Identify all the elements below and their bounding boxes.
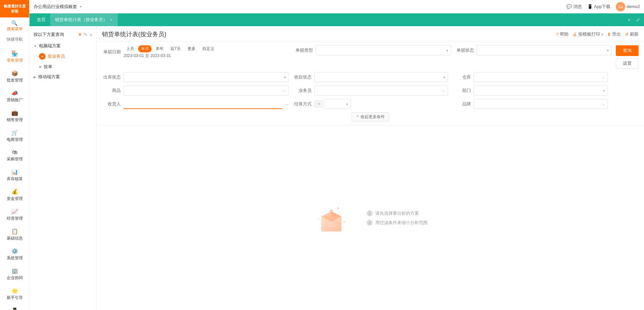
sidebar-item-operations[interactable]: 📈 经营管理 <box>0 205 29 225</box>
department-select[interactable]: ▾ <box>474 86 608 96</box>
tree-child-salesperson[interactable]: ● 按业务员 <box>30 51 96 62</box>
salesperson-input[interactable]: ··· <box>314 86 448 96</box>
inventory-icon: 📊 <box>11 169 18 175</box>
header-dropdown-arrow[interactable]: ▾ <box>80 5 82 8</box>
collapse-btn[interactable]: ⌃ 收起更多条件 <box>352 112 389 121</box>
date-tab-7days[interactable]: 近7天 <box>168 45 183 52</box>
sidebar-item-wholesale[interactable]: 📦 批发管理 <box>0 67 29 87</box>
empty-tip-2: 2 用过滤条件来缩小分析范围 <box>367 220 428 226</box>
sidebar-item-sales[interactable]: 💼 销售管理 <box>0 106 29 126</box>
collapse-row: ⌃ 收起更多条件 <box>102 112 639 121</box>
help-icon: ? <box>556 32 558 37</box>
sidebar-item-system[interactable]: ⚙️ 系统管理 <box>0 245 29 264</box>
message-btn[interactable]: 💬 消息 <box>567 4 582 10</box>
delivery-select[interactable]: ▾ <box>123 72 289 82</box>
doctype-select[interactable]: ▾ <box>316 45 451 55</box>
date-tab-custom[interactable]: 自定义 <box>200 45 217 52</box>
window-maximize-btn[interactable]: ⤢ <box>635 16 641 24</box>
refresh-btn[interactable]: ↺ 刷新 <box>625 31 639 37</box>
header-title: 办公用品行业模拟账套 <box>34 4 77 10</box>
sidebar-item-basic[interactable]: 📋 基础信息 <box>0 225 29 245</box>
sidebar-item-retail[interactable]: 🏪 零售管理 <box>0 47 29 67</box>
filter-area: 单据日期 上月 本月 本年 近7天 更多 自定义 2023-03-01 至 20… <box>97 41 644 126</box>
reset-button[interactable]: 设置 <box>616 58 639 69</box>
warehouse-select[interactable]: ··· <box>474 72 608 82</box>
app-logo[interactable]: 畅捷通好生意 标版 <box>0 0 30 17</box>
download-icon: 📱 <box>587 4 593 9</box>
goods-dots[interactable]: ··· <box>282 88 286 93</box>
tree-child-salesperson-label: 按业务员 <box>48 53 65 59</box>
payment-label: 收款状态 <box>293 74 312 80</box>
collapse-icon: ⌃ <box>356 115 359 119</box>
date-tab-lastmonth[interactable]: 上月 <box>123 45 137 52</box>
goods-input[interactable]: ··· <box>123 86 289 96</box>
delivery-arrow: ▾ <box>284 75 286 79</box>
payment-select[interactable]: ▾ <box>314 72 448 82</box>
svg-marker-2 <box>331 211 341 216</box>
tree-child-order-label: 按单 <box>44 64 52 70</box>
message-icon: 💬 <box>567 4 572 9</box>
tree-mobile-section[interactable]: ▶ 移动端方案 <box>30 72 96 82</box>
sidebar-item-ecommerce[interactable]: 🛒 电商管理 <box>0 126 29 146</box>
newbie-icon: 🌟 <box>11 288 18 294</box>
edit-scheme-btn[interactable]: ✎ <box>84 32 88 37</box>
empty-tip-1: 1 请先选择要分析的方案 <box>367 210 428 216</box>
consignee-dots[interactable]: ··· <box>285 102 289 107</box>
sidebar-item-purchase[interactable]: 🛍 采购管理 <box>0 146 29 165</box>
user-profile[interactable]: Ea demo2 <box>616 2 640 11</box>
tree-desktop-label: 电脑端方案 <box>39 43 61 49</box>
settlement-tag-close[interactable]: × <box>318 102 320 106</box>
date-tab-thismonth[interactable]: 本月 <box>138 45 152 52</box>
sidebar-item-newbie[interactable]: 🌟 新手引导 <box>0 284 29 304</box>
top-header: 办公用品行业模拟账套 ▾ 💬 消息 📱 App下载 Ea demo2 <box>30 0 644 13</box>
docstatus-label: 单据状态 <box>455 47 474 53</box>
tree-desktop-section[interactable]: ▼ 电脑端方案 <box>30 41 96 51</box>
date-tabs: 上月 本月 本年 近7天 更多 自定义 <box>123 45 217 52</box>
tab-home[interactable]: 首页 <box>32 13 50 26</box>
tab-current[interactable]: 销货单统计表（按业务员） × <box>50 13 118 26</box>
template-print-btn[interactable]: 🖨 按模板打印 ▾ <box>573 31 603 37</box>
print-dropdown-arrow[interactable]: ▾ <box>601 33 603 36</box>
search-menu[interactable]: 🔍 搜索菜单 <box>0 17 29 35</box>
collapse-panel-btn[interactable]: « <box>90 32 92 37</box>
sidebar-item-marketing[interactable]: 📣 营销推广 <box>0 87 29 106</box>
salesperson-dots[interactable]: ··· <box>441 88 445 93</box>
operations-icon: 📈 <box>11 208 18 215</box>
page-title: 销货单统计表(按业务员) <box>102 30 166 38</box>
brand-dots[interactable]: ··· <box>601 102 605 107</box>
export-icon: ⬆ <box>607 32 611 37</box>
window-close-btn[interactable]: × <box>627 16 632 24</box>
tree-child-order[interactable]: ≡ 按单 <box>30 62 96 72</box>
svg-text:✦: ✦ <box>318 217 320 220</box>
sidebar-item-enterprise[interactable]: 🏢 企业协同 <box>0 264 29 284</box>
sidebar-item-inventory[interactable]: 📊 库存核算 <box>0 165 29 185</box>
purchase-icon: 🛍 <box>12 149 17 155</box>
settlement-arrow: ▾ <box>346 102 348 106</box>
marketing-icon: 📣 <box>11 90 18 96</box>
nav-group: 🏪 零售管理 📦 批发管理 📣 营销推广 💼 销售管理 🛒 电商管理 🛍 采购管… <box>0 47 29 310</box>
goods-label: 商品 <box>102 88 121 94</box>
app-download-btn[interactable]: 📱 App下载 <box>587 4 610 10</box>
date-tab-thisyear[interactable]: 本年 <box>153 45 166 52</box>
sales-icon: 💼 <box>11 110 18 116</box>
tab-close-btn[interactable]: × <box>109 17 113 23</box>
empty-icon: ✦ ✦ ✦ <box>313 201 353 235</box>
quick-nav[interactable]: 快捷导航 <box>0 35 29 44</box>
sidebar-item-finance[interactable]: 💰 资金管理 <box>0 185 29 205</box>
consignee-input[interactable] <box>123 99 282 109</box>
add-scheme-btn[interactable]: + <box>78 32 82 38</box>
action-buttons: 查询 设置 <box>616 45 639 69</box>
tree-desktop-arrow: ▼ <box>34 44 37 48</box>
sidebar-item-apps[interactable]: 📱 应用中心 <box>0 304 29 310</box>
warehouse-dots[interactable]: ··· <box>601 75 605 80</box>
order-scheme-icon: ≡ <box>39 64 42 69</box>
help-btn[interactable]: ? 帮助 <box>556 31 569 37</box>
docstatus-select[interactable]: ▾ <box>477 45 612 55</box>
page-actions: ? 帮助 🖨 按模板打印 ▾ ⬆ 导出 ↺ 刷新 <box>556 31 639 37</box>
query-button[interactable]: 查询 <box>616 45 639 56</box>
tab-bar: 首页 销货单统计表（按业务员） × × ⤢ <box>30 13 644 26</box>
date-tab-more[interactable]: 更多 <box>185 45 198 52</box>
export-btn[interactable]: ⬆ 导出 <box>607 31 621 37</box>
settlement-select[interactable]: ▾ <box>324 99 351 109</box>
brand-input[interactable]: ··· <box>474 99 608 109</box>
